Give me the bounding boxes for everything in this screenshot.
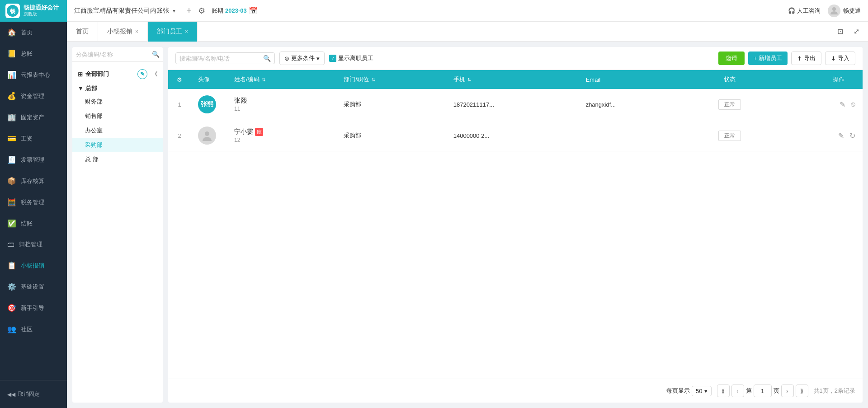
sidebar-item-funds[interactable]: 💰 资金管理 <box>0 85 67 107</box>
dept-node-office[interactable]: 办公室 <box>72 123 163 138</box>
export-button[interactable]: ⬆ 导出 <box>791 52 821 65</box>
tab-department[interactable]: 部门员工 × <box>148 22 198 42</box>
assets-icon: 🏢 <box>7 113 16 122</box>
th-phone[interactable]: 手机 ⇅ <box>446 70 579 89</box>
period-label: 账期 <box>212 7 223 15</box>
emp-search-icon[interactable]: 🔍 <box>263 55 271 62</box>
table-footer: 每页显示 50 ▾ ⟪ ‹ 第 页 › ⟫ <box>168 379 863 403</box>
dept-node-finance[interactable]: 财务部 <box>72 94 163 109</box>
sidebar-item-archive[interactable]: 🗃 归档管理 <box>0 234 67 255</box>
add-employee-button[interactable]: + 新增员工 <box>748 52 788 65</box>
user-avatar <box>828 5 840 17</box>
sidebar-item-reports[interactable]: 📊 云报表中心 <box>0 64 67 85</box>
settings-icon: ⚙️ <box>7 282 16 291</box>
row-avatar-1: 张熙 <box>191 89 227 120</box>
per-page-label: 每页显示 <box>666 387 690 395</box>
sidebar-item-home[interactable]: 🏠 首页 <box>0 22 67 43</box>
avatar-zhang: 张熙 <box>198 95 216 113</box>
edit-icon-2[interactable]: ✎ <box>838 131 844 140</box>
page-last-button[interactable]: ⟫ <box>796 385 808 397</box>
sidebar-bottom: ◀◀ 取消固定 <box>0 380 67 408</box>
th-settings-icon: ⚙ <box>177 76 182 83</box>
sort-name-icon: ⇅ <box>262 77 265 82</box>
page-size-dropdown[interactable]: 50 ▾ <box>692 386 711 396</box>
emp-code-1: 11 <box>234 106 329 112</box>
status-badge-2: 正常 <box>718 131 741 141</box>
service-label: 人工咨询 <box>797 7 821 15</box>
tab-expense-close[interactable]: × <box>135 28 138 35</box>
invite-button[interactable]: 邀请 <box>718 52 745 65</box>
row-dept-1: 采购部 <box>336 89 446 120</box>
sidebar-item-invoice[interactable]: 🧾 发票管理 <box>0 149 67 170</box>
sidebar-item-close[interactable]: ✅ 结账 <box>0 213 67 234</box>
page-size-select: 每页显示 50 ▾ <box>666 386 711 396</box>
th-name[interactable]: 姓名/编码 ⇅ <box>227 70 336 89</box>
sidebar-item-expense[interactable]: 📋 小畅报销 <box>0 255 67 276</box>
sidebar-item-salary[interactable]: 💳 工资 <box>0 128 67 149</box>
sidebar-item-ledger[interactable]: 📒 总账 <box>0 43 67 64</box>
dept-edit-button[interactable]: ✎ <box>137 69 147 79</box>
dept-node-headquarters[interactable]: 总 部 <box>72 152 163 167</box>
sidebar-item-community[interactable]: 👥 社区 <box>0 319 67 340</box>
emp-search-input[interactable] <box>179 55 263 62</box>
th-settings[interactable]: ⚙ <box>168 70 191 89</box>
logout-icon-1[interactable]: ⎋ <box>851 100 855 108</box>
page-first-button[interactable]: ⟪ <box>717 385 730 397</box>
export-label: 导出 <box>804 54 816 62</box>
sidebar-item-assets[interactable]: 🏢 固定资产 <box>0 107 67 128</box>
header-add-button[interactable]: + <box>183 5 195 17</box>
th-avatar: 头像 <box>191 70 227 89</box>
filter-icon: ⊜ <box>284 55 289 62</box>
emp-search-wrap: 🔍 <box>175 52 275 64</box>
sidebar-label-tax: 税务管理 <box>21 198 44 206</box>
sidebar-item-inventory[interactable]: 📦 库存核算 <box>0 170 67 192</box>
show-resigned-checkbox[interactable]: ✓ <box>329 55 336 62</box>
filter-button[interactable]: ⊜ 更多条件 ▾ <box>279 52 325 65</box>
community-icon: 👥 <box>7 325 16 333</box>
status-badge-1: 正常 <box>718 99 741 110</box>
sidebar-label-ledger: 总账 <box>21 50 33 58</box>
user-area[interactable]: 畅捷通 <box>828 5 861 17</box>
tab-expense[interactable]: 小畅报销 × <box>98 22 148 42</box>
page-content: 🔍 ⊞ 全部部门 ✎ 《 ▼ 总部 财务部 <box>67 42 868 408</box>
sidebar: 🏠 首页 📒 总账 📊 云报表中心 💰 资金管理 🏢 固定资产 💳 工资 🧾 发… <box>0 22 67 408</box>
tab-dept-close[interactable]: × <box>185 28 188 35</box>
tab-expand-button[interactable]: ⤢ <box>850 25 863 38</box>
dept-collapse-button[interactable]: 《 <box>152 70 157 78</box>
company-selector[interactable]: 江西服宝精品有限责任公司内账张 ▾ <box>67 7 183 15</box>
sidebar-item-settings[interactable]: ⚙️ 基础设置 <box>0 276 67 297</box>
sidebar-label-community: 社区 <box>21 325 33 333</box>
header-settings-icon[interactable]: ⚙ <box>195 5 208 17</box>
sidebar-item-guide[interactable]: 🎯 新手引导 <box>0 297 67 319</box>
row-name-1: 张熙 11 <box>227 89 336 120</box>
page-prev-button[interactable]: ‹ <box>731 385 744 397</box>
dept-node-sales[interactable]: 销售部 <box>72 109 163 123</box>
invoice-icon: 🧾 <box>7 155 16 164</box>
unpin-button[interactable]: ◀◀ 取消固定 <box>0 386 67 403</box>
service-button[interactable]: 🎧 人工咨询 <box>788 7 821 15</box>
tab-restore-button[interactable]: ⊡ <box>834 25 846 38</box>
refresh-icon-2[interactable]: ↻ <box>849 131 855 140</box>
dept-search-input[interactable] <box>76 51 152 58</box>
inventory-icon: 📦 <box>7 177 16 185</box>
edit-icon-1[interactable]: ✎ <box>840 100 845 109</box>
logo-sub: 旗舰版 <box>24 11 59 17</box>
row-num-1: 1 <box>168 89 191 120</box>
th-dept[interactable]: 部门/职位 ⇅ <box>336 70 446 89</box>
page-next-button[interactable]: › <box>781 385 794 397</box>
sidebar-item-tax[interactable]: 🧮 税务管理 <box>0 192 67 213</box>
th-email: Email <box>579 70 685 89</box>
emp-name-1: 张熙 <box>234 97 329 105</box>
dept-all-button[interactable]: ⊞ 全部部门 ✎ 《 <box>72 66 163 83</box>
total-records: 共1页，2条记录 <box>814 387 855 395</box>
dept-search-icon[interactable]: 🔍 <box>152 51 160 58</box>
sidebar-label-close: 结账 <box>21 220 33 228</box>
tab-home[interactable]: 首页 <box>67 22 98 42</box>
sort-phone-icon: ⇅ <box>467 77 471 82</box>
page-size-arrow: ▾ <box>704 388 708 394</box>
page-number-input[interactable] <box>754 385 772 397</box>
import-button[interactable]: ⬇ 导入 <box>825 52 855 65</box>
calendar-icon[interactable]: 📅 <box>249 6 258 15</box>
dept-node-purchase[interactable]: 采购部 <box>72 138 163 152</box>
table-row: 2 宁小霎 应 <box>168 120 863 151</box>
